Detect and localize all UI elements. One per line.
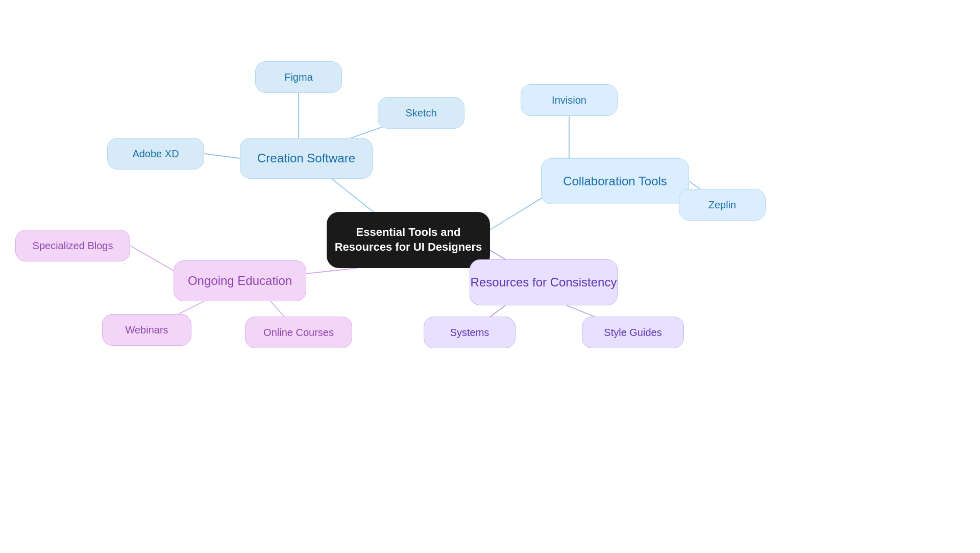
specialized-blogs-label: Specialized Blogs	[33, 239, 113, 252]
collaboration-tools-node[interactable]: Collaboration Tools	[541, 158, 689, 204]
style-guides-node[interactable]: Style Guides	[582, 317, 684, 348]
central-node-label: Essential Tools and Resources for UI Des…	[327, 225, 490, 254]
adobe-xd-label: Adobe XD	[132, 147, 179, 160]
systems-node[interactable]: Systems	[424, 317, 516, 348]
webinars-node[interactable]: Webinars	[102, 314, 191, 346]
specialized-blogs-node[interactable]: Specialized Blogs	[15, 230, 130, 261]
resources-consistency-label: Resources for Consistency	[471, 274, 617, 290]
zeplin-node[interactable]: Zeplin	[679, 189, 766, 221]
ongoing-education-label: Ongoing Education	[188, 273, 292, 288]
figma-label: Figma	[284, 70, 313, 84]
online-courses-label: Online Courses	[263, 326, 334, 339]
adobe-xd-node[interactable]: Adobe XD	[107, 138, 204, 170]
sketch-node[interactable]: Sketch	[378, 97, 464, 129]
ongoing-education-node[interactable]: Ongoing Education	[174, 260, 306, 301]
central-node[interactable]: Essential Tools and Resources for UI Des…	[327, 212, 490, 268]
collaboration-tools-label: Collaboration Tools	[563, 173, 667, 189]
webinars-label: Webinars	[125, 323, 168, 336]
sketch-label: Sketch	[405, 106, 436, 119]
systems-label: Systems	[450, 326, 489, 339]
style-guides-label: Style Guides	[604, 326, 662, 339]
svg-line-3	[204, 154, 240, 158]
resources-consistency-node[interactable]: Resources for Consistency	[470, 259, 618, 305]
figma-node[interactable]: Figma	[255, 61, 342, 93]
online-courses-node[interactable]: Online Courses	[245, 317, 352, 348]
svg-line-8	[130, 246, 174, 271]
invision-label: Invision	[552, 93, 586, 107]
invision-node[interactable]: Invision	[521, 84, 618, 116]
creation-software-label: Creation Software	[257, 150, 355, 166]
zeplin-label: Zeplin	[708, 198, 736, 211]
creation-software-node[interactable]: Creation Software	[240, 138, 373, 179]
